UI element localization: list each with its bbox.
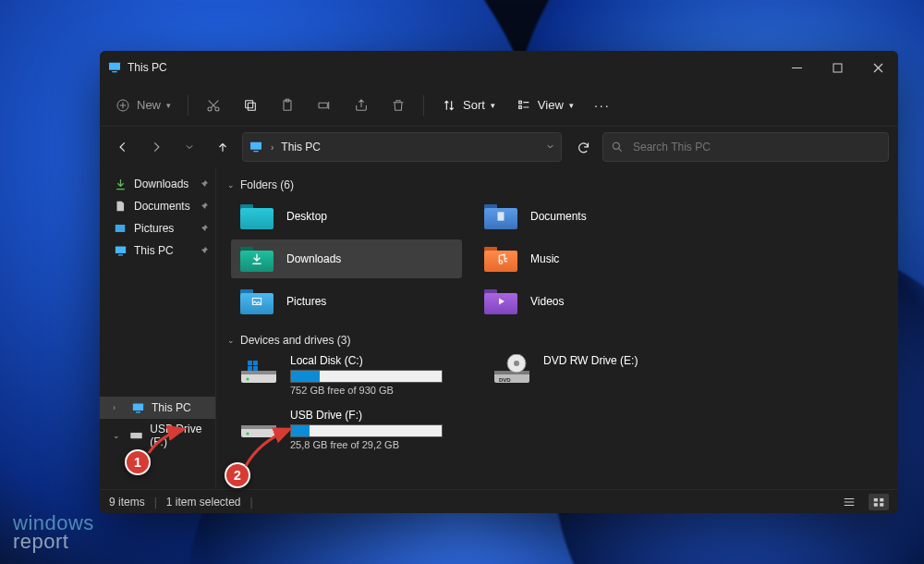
view-button[interactable]: View ▾ bbox=[506, 92, 583, 119]
forward-button[interactable] bbox=[142, 133, 170, 161]
cut-icon bbox=[205, 97, 222, 114]
chevron-right-icon[interactable]: › bbox=[113, 403, 122, 412]
tiles-view-toggle[interactable] bbox=[869, 494, 889, 510]
close-button[interactable] bbox=[857, 51, 898, 84]
trash-icon bbox=[390, 97, 407, 114]
svg-point-35 bbox=[514, 361, 519, 366]
folder-icon bbox=[238, 243, 275, 275]
sidebar-item-label: Documents bbox=[134, 200, 190, 213]
up-button[interactable] bbox=[209, 133, 237, 161]
new-button[interactable]: New ▾ bbox=[105, 92, 180, 119]
group-label: Folders (6) bbox=[240, 178, 294, 191]
copy-button[interactable] bbox=[233, 92, 268, 119]
minimize-button[interactable] bbox=[776, 51, 817, 84]
chevron-down-icon: ▾ bbox=[491, 101, 495, 110]
drive-dvd-e[interactable]: DVD DVD RW Drive (E:) bbox=[484, 352, 715, 398]
svg-rect-17 bbox=[116, 225, 126, 232]
more-button[interactable]: ··· bbox=[585, 92, 620, 119]
svg-rect-1 bbox=[112, 71, 116, 72]
folder-label: Videos bbox=[530, 295, 564, 308]
svg-rect-42 bbox=[874, 503, 878, 507]
group-folders-header[interactable]: ⌄ Folders (6) bbox=[227, 178, 885, 191]
status-bar: 9 items | 1 item selected | bbox=[100, 489, 898, 513]
sort-button[interactable]: Sort ▾ bbox=[432, 92, 505, 119]
chevron-down-icon[interactable] bbox=[545, 141, 555, 154]
paste-icon bbox=[279, 97, 296, 114]
cut-button[interactable] bbox=[196, 92, 231, 119]
new-label: New bbox=[137, 98, 161, 112]
search-bar[interactable] bbox=[602, 132, 889, 162]
folder-music[interactable]: Music bbox=[475, 239, 706, 278]
refresh-button[interactable] bbox=[569, 133, 597, 161]
drive-name: DVD RW Drive (E:) bbox=[543, 354, 708, 367]
sidebar-tree-usb-drive[interactable]: ⌄ USB Drive (F:) bbox=[100, 419, 215, 452]
svg-rect-40 bbox=[874, 497, 878, 501]
svg-rect-15 bbox=[253, 151, 258, 152]
pin-icon bbox=[199, 178, 210, 190]
sidebar-item-downloads[interactable]: Downloads bbox=[100, 173, 215, 195]
view-label: View bbox=[538, 98, 564, 112]
svg-rect-3 bbox=[833, 64, 842, 72]
folder-label: Downloads bbox=[286, 252, 341, 265]
chevron-down-icon[interactable]: ⌄ bbox=[113, 431, 120, 440]
status-selected: 1 item selected bbox=[166, 496, 241, 509]
folder-downloads[interactable]: Downloads bbox=[231, 239, 462, 278]
content-pane: ⌄ Folders (6) Desktop Documents bbox=[216, 167, 898, 489]
folder-desktop[interactable]: Desktop bbox=[231, 197, 462, 236]
folder-label: Pictures bbox=[286, 295, 326, 308]
download-icon bbox=[113, 177, 128, 191]
window-title: This PC bbox=[128, 61, 167, 74]
folder-videos[interactable]: Videos bbox=[475, 282, 706, 321]
download-icon bbox=[249, 251, 264, 266]
folder-icon bbox=[482, 243, 519, 275]
folder-documents[interactable]: Documents bbox=[475, 197, 706, 236]
music-note-icon bbox=[494, 252, 507, 265]
sidebar-item-pictures[interactable]: Pictures bbox=[100, 217, 215, 239]
chevron-down-icon: ▾ bbox=[569, 101, 574, 110]
sidebar-item-label: This PC bbox=[134, 244, 174, 257]
svg-rect-0 bbox=[109, 63, 120, 70]
svg-rect-14 bbox=[250, 142, 261, 150]
svg-rect-8 bbox=[246, 100, 253, 107]
drive-free-text: 752 GB free of 930 GB bbox=[290, 385, 455, 396]
svg-rect-18 bbox=[115, 246, 125, 253]
drive-local-disk-c[interactable]: Local Disk (C:) 752 GB free of 930 GB bbox=[231, 352, 462, 398]
folder-label: Desktop bbox=[286, 210, 327, 223]
address-bar[interactable]: › This PC bbox=[242, 132, 562, 162]
sidebar-item-documents[interactable]: Documents bbox=[100, 195, 215, 217]
sidebar-item-this-pc[interactable]: This PC bbox=[100, 239, 215, 262]
watermark-logo: windows report bbox=[13, 514, 94, 551]
svg-rect-11 bbox=[319, 103, 327, 107]
delete-button[interactable] bbox=[381, 92, 416, 119]
drive-name: Local Disk (C:) bbox=[290, 354, 455, 367]
maximize-button[interactable] bbox=[817, 51, 857, 84]
chevron-down-icon: ⌄ bbox=[227, 336, 235, 345]
search-input[interactable] bbox=[631, 140, 881, 154]
play-icon bbox=[495, 296, 506, 307]
share-button[interactable] bbox=[344, 92, 379, 119]
group-label: Devices and drives (3) bbox=[240, 334, 350, 347]
sidebar: Downloads Documents Pictures This PC › bbox=[100, 167, 216, 489]
group-drives-header[interactable]: ⌄ Devices and drives (3) bbox=[227, 334, 885, 347]
recent-button[interactable] bbox=[176, 133, 203, 161]
pin-icon bbox=[199, 245, 210, 256]
ellipsis-icon: ··· bbox=[594, 97, 611, 114]
back-button[interactable] bbox=[109, 133, 137, 161]
usb-drive-icon bbox=[238, 409, 279, 442]
annotation-badge-1: 1 bbox=[125, 449, 151, 475]
breadcrumb[interactable]: This PC bbox=[281, 141, 321, 153]
svg-rect-43 bbox=[880, 503, 883, 507]
drive-usb-f[interactable]: USB Drive (F:) 25,8 GB free of 29,2 GB bbox=[231, 407, 462, 452]
rename-button[interactable] bbox=[307, 92, 342, 119]
folder-icon bbox=[482, 286, 519, 317]
folder-pictures[interactable]: Pictures bbox=[231, 282, 462, 321]
svg-rect-19 bbox=[118, 254, 123, 255]
this-pc-icon bbox=[130, 400, 145, 415]
details-view-toggle[interactable] bbox=[839, 494, 859, 510]
hdd-icon bbox=[238, 354, 279, 387]
sidebar-item-label: USB Drive (F:) bbox=[150, 423, 210, 448]
svg-rect-22 bbox=[130, 433, 142, 438]
sidebar-tree-this-pc[interactable]: › This PC bbox=[100, 397, 215, 419]
paste-button[interactable] bbox=[270, 92, 305, 119]
this-pc-icon bbox=[107, 60, 122, 75]
